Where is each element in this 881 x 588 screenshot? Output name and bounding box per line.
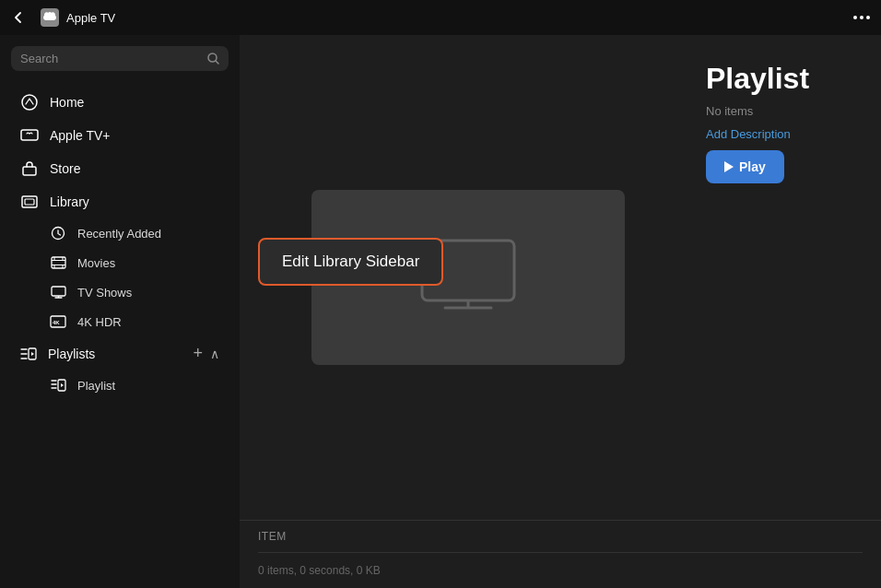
sidebar-item-library-label: Library (50, 194, 89, 209)
play-icon (724, 161, 734, 172)
svg-text:4K: 4K (53, 320, 60, 325)
app-title: Apple TV (66, 11, 846, 25)
search-bar[interactable] (11, 46, 229, 71)
main-layout: Home Apple TV+ Store (0, 35, 881, 588)
sidebar-item-playlists[interactable]: Playlists + ∧ (6, 336, 234, 370)
playlists-actions: + ∧ (193, 344, 219, 363)
sidebar-item-tv-shows-label: TV Shows (77, 286, 132, 300)
edit-library-sidebar-popup[interactable]: Edit Library Sidebar (258, 238, 443, 286)
sidebar-item-playlist-label: Playlist (77, 379, 115, 393)
svg-point-2 (866, 16, 870, 19)
svg-marker-35 (724, 161, 734, 172)
sidebar-item-recently-added[interactable]: Recently Added (6, 218, 234, 248)
svg-point-0 (853, 16, 857, 19)
svg-rect-8 (25, 199, 34, 205)
info-panel: Playlist No items Add Description Play (697, 35, 881, 520)
titlebar: Apple TV (0, 0, 881, 35)
appletv-icon (20, 126, 39, 145)
search-input[interactable] (20, 52, 200, 65)
play-button-label: Play (739, 159, 766, 174)
svg-marker-26 (31, 352, 34, 356)
no-items-label: No items (706, 104, 863, 118)
sidebar-item-home-label: Home (50, 95, 84, 110)
table-header: Item (258, 521, 863, 553)
film-icon (50, 254, 66, 271)
store-icon (20, 159, 39, 178)
playlist-title: Playlist (706, 63, 863, 95)
add-playlist-button[interactable]: + (193, 344, 203, 363)
svg-marker-31 (61, 383, 64, 387)
sidebar-item-store-label: Store (50, 161, 80, 176)
sidebar-item-movies[interactable]: Movies (6, 248, 234, 277)
sidebar: Home Apple TV+ Store (0, 35, 240, 588)
svg-rect-10 (52, 257, 65, 268)
play-button[interactable]: Play (706, 150, 784, 183)
sidebar-item-4k-hdr-label: 4K HDR (77, 315, 122, 329)
content-area: Edit Library Sidebar Playlist No items A… (240, 35, 881, 588)
collapse-playlists-button[interactable]: ∧ (210, 347, 219, 361)
table-area: Item 0 items, 0 seconds, 0 KB (240, 520, 881, 588)
sidebar-item-library[interactable]: Library (6, 185, 234, 218)
playlists-label: Playlists (48, 347, 95, 361)
sidebar-item-tv-shows[interactable]: TV Shows (6, 277, 234, 307)
table-footer: 0 items, 0 seconds, 0 KB (258, 553, 863, 588)
table-column-item: Item (258, 530, 287, 543)
library-icon (20, 193, 39, 211)
back-button[interactable] (11, 10, 33, 25)
playlists-label-area: Playlists (48, 347, 182, 361)
tv-icon (50, 284, 66, 300)
svg-point-4 (22, 95, 37, 110)
edit-library-sidebar-label: Edit Library Sidebar (282, 253, 419, 270)
table-summary: 0 items, 0 seconds, 0 KB (258, 564, 381, 577)
sidebar-item-recently-added-label: Recently Added (77, 227, 161, 241)
add-description-button[interactable]: Add Description (706, 127, 863, 141)
sidebar-item-appletv-plus-label: Apple TV+ (50, 128, 111, 143)
playlists-icon (20, 347, 37, 360)
app-logo (41, 8, 59, 27)
clock-icon (50, 225, 66, 241)
sidebar-item-appletv-plus[interactable]: Apple TV+ (6, 119, 234, 152)
sidebar-item-home[interactable]: Home (6, 86, 234, 119)
svg-rect-5 (21, 130, 38, 140)
4k-icon: 4K (50, 313, 66, 330)
search-icon (207, 53, 219, 65)
svg-rect-6 (23, 167, 36, 175)
sidebar-item-playlist[interactable]: Playlist (6, 370, 234, 400)
svg-rect-17 (52, 287, 65, 296)
sidebar-item-4k-hdr[interactable]: 4K 4K HDR (6, 307, 234, 336)
playlist-icon (50, 377, 66, 394)
sidebar-item-movies-label: Movies (77, 256, 115, 270)
home-icon (20, 93, 39, 112)
menu-button[interactable] (853, 16, 870, 19)
svg-point-1 (860, 16, 863, 19)
sidebar-item-store[interactable]: Store (6, 152, 234, 185)
